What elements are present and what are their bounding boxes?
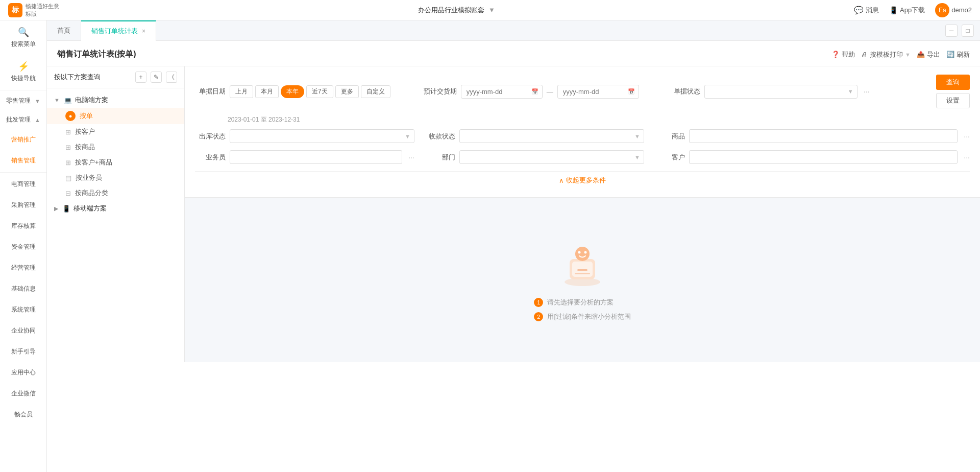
collapse-label: 收起更多条件 [566,176,606,185]
date-btn-last7days[interactable]: 近7天 [306,85,333,98]
sidebar-operations-label: 经营管理 [11,264,36,272]
sidebar-search[interactable]: 🔍 搜索菜单 [0,20,46,55]
mobile-icon: 📱 [62,205,70,213]
refresh-label: 刷新 [957,50,970,59]
tree-child-byorder[interactable]: ● 按单 [47,108,184,124]
sidebar-item-member[interactable]: 畅会员 [0,404,46,425]
empty-illustration [557,239,608,290]
page-selector-label: 办公用品行业模拟账套 [418,6,484,15]
settings-button[interactable]: 设置 [936,93,970,108]
sidebar-item-operations[interactable]: 经营管理 [0,257,46,278]
sidebar-item-system[interactable]: 系统管理 [0,299,46,320]
filter-row-2: 出库状态 ▼ [195,129,970,143]
tree-child-bygoods[interactable]: ⊞ 按商品 [47,139,184,155]
sidebar-item-basic[interactable]: 基础信息 [0,278,46,299]
help-button[interactable]: ❓ 帮助 [831,50,855,59]
out-status-select[interactable] [230,129,414,143]
expected-date-to-input[interactable] [557,85,639,99]
svg-point-3 [575,247,590,261]
customer-ellipsis: ··· [964,153,970,161]
filter-row-3: 业务员 ··· 部门 [195,150,970,164]
sidebar-item-ecommerce[interactable]: 电商管理 [0,174,46,195]
help-label: 帮助 [842,50,855,59]
page-selector-dropdown-icon[interactable]: ▼ [488,6,495,14]
sidebar-search-label: 搜索菜单 [11,40,36,49]
dept-select[interactable] [459,150,644,164]
tree-child-bycustomer[interactable]: ⊞ 按客户 [47,124,184,139]
topbar: 标 畅捷通好生意 标版 办公用品行业模拟账套 ▼ 💬 消息 📱 App下载 Ea… [0,0,980,20]
bysalesman-icon: ▤ [65,174,71,182]
tree-parent-desktop[interactable]: ▼ 💻 电脑端方案 [47,92,184,108]
export-button[interactable]: 📤 导出 [917,50,940,59]
date-btn-thismonth[interactable]: 本月 [255,85,279,98]
expected-date-from-input[interactable] [461,85,543,99]
print-button[interactable]: 🖨 按模板打印 ▼ [861,50,911,59]
bycustomer-icon: ⊞ [65,128,71,136]
sidebar-quicknav-label: 快捷导航 [11,74,36,83]
tree-child-bygoodscategory[interactable]: ⊟ 按商品分类 [47,185,184,201]
sidebar-item-finance[interactable]: 资金管理 [0,237,46,257]
user-name: demo2 [951,6,972,14]
user-profile[interactable]: Ea demo2 [935,3,972,17]
main-filter: 单据日期 上月 本月 本年 近7天 更多 自定义 [185,66,980,198]
right-content: 单据日期 上月 本月 本年 近7天 更多 自定义 [185,66,980,362]
page-header-actions: ❓ 帮助 🖨 按模板打印 ▼ 📤 导出 🔄 [831,50,970,59]
qs-edit-button[interactable]: ✎ [151,72,162,83]
sidebar-item-wechat[interactable]: 企业微信 [0,383,46,404]
qs-add-button[interactable]: + [135,72,146,83]
date-btn-more[interactable]: 更多 [335,85,359,98]
tree-child-bysalesman[interactable]: ▤ 按业务员 [47,170,184,185]
dept-label: 部门 [425,153,455,162]
wholesale-arrow-icon: ▲ [35,117,40,123]
tab-sales-order[interactable]: 销售订单统计表 × [81,20,156,41]
topbar-left: 标 畅捷通好生意 标版 [8,3,59,17]
print-dropdown-icon: ▼ [905,52,911,58]
message-label: 消息 [866,6,879,15]
sidebar-item-sales[interactable]: 销售管理 [0,150,46,171]
sidebar-item-newuser[interactable]: 新手引导 [0,341,46,362]
bygoods-icon: ⊞ [65,144,71,151]
query-sidebar-title: 按以下方案查询 [54,73,101,82]
sidebar-item-enterprise[interactable]: 企业协同 [0,320,46,341]
tab-home[interactable]: 首页 [47,20,81,41]
collapse-bar[interactable]: ∧ 收起更多条件 [195,171,970,189]
tab-close-button[interactable]: × [142,28,145,35]
sidebar-item-appcenter[interactable]: 应用中心 [0,362,46,383]
svg-rect-6 [577,269,587,271]
status-select[interactable] [704,85,857,99]
tab-maximize-button[interactable]: □ [962,25,974,37]
sidebar-quicknav[interactable]: ⚡ 快捷导航 [0,55,46,89]
status-label: 单据状态 [670,87,700,96]
sidebar-finance-label: 资金管理 [11,243,36,251]
customer-input[interactable] [689,150,958,164]
sidebar-item-wholesale[interactable]: 批发管理 ▲ [0,110,46,129]
sidebar-basic-label: 基础信息 [11,285,36,293]
sidebar-enterprise-label: 企业协同 [11,326,36,335]
query-button[interactable]: 查询 [936,75,970,90]
qs-collapse-button[interactable]: 《 [166,72,177,83]
sidebar-item-marketing[interactable]: 营销推广 [0,129,46,150]
topbar-center[interactable]: 办公用品行业模拟账套 ▼ [418,6,495,15]
date-btn-lastmonth[interactable]: 上月 [230,85,253,98]
empty-tips: 1 请先选择要分析的方案 2 用[过滤]条件来缩小分析范围 [534,298,630,321]
message-button[interactable]: 💬 消息 [854,6,879,15]
help-icon: ❓ [831,51,840,58]
salesperson-input[interactable] [230,150,402,164]
salesperson-ellipsis: ··· [408,153,414,161]
date-range-dash: — [547,88,553,96]
receipt-status-select[interactable] [459,129,644,143]
date-btn-custom[interactable]: 自定义 [361,85,390,98]
date-btn-thisyear[interactable]: 本年 [281,85,304,98]
refresh-button[interactable]: 🔄 刷新 [946,50,970,59]
sidebar-item-inventory[interactable]: 库存核算 [0,216,46,237]
sidebar-item-procurement[interactable]: 采购管理 [0,195,46,216]
bygoodscategory-label: 按商品分类 [75,188,108,198]
goods-input[interactable] [689,129,958,143]
tree-child-bycustomergoods[interactable]: ⊞ 按客户+商品 [47,155,184,170]
tree-parent-mobile[interactable]: ▶ 📱 移动端方案 [47,201,184,216]
sidebar-item-retail[interactable]: 零售管理 ▼ [0,91,46,110]
app-download-button[interactable]: 📱 App下载 [889,6,925,15]
page-content: 销售订单统计表(按单) ❓ 帮助 🖨 按模板打印 ▼ 📤 [47,41,980,472]
content-area: 首页 销售订单统计表 × ─ □ 销售订单统计表(按单) ❓ 帮助 [47,20,980,472]
tab-minimize-button[interactable]: ─ [945,25,958,37]
